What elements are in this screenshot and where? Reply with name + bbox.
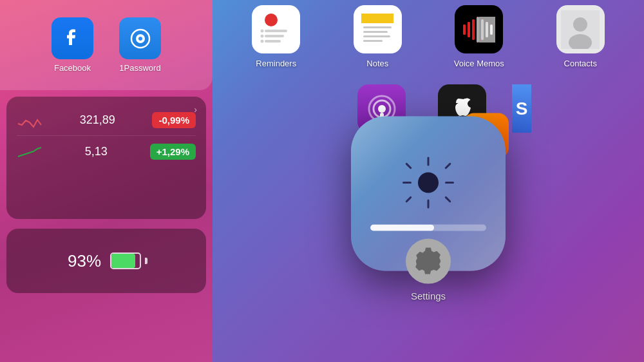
battery-body: [110, 252, 141, 269]
voicememos-icon: [455, 5, 503, 53]
stock-chart-1: [17, 111, 43, 129]
stock-chart-2: [17, 142, 43, 160]
ray-bottom: [428, 199, 430, 208]
svg-rect-10: [361, 14, 393, 23]
ray-left: [402, 182, 412, 184]
ray-top: [428, 157, 430, 166]
svg-rect-26: [477, 17, 479, 43]
contacts-label: Contacts: [564, 59, 597, 68]
reminders-label: Reminders: [256, 59, 296, 68]
voicememos-app[interactable]: Voice Memos: [448, 5, 509, 68]
reminders-icon: [252, 5, 300, 53]
ray-topright: [444, 162, 451, 169]
stocks-widget: › 321,89 -0,99% 5,13 +1,29%: [6, 97, 206, 219]
onepassword-app[interactable]: 1Password: [119, 17, 161, 73]
svg-rect-25: [472, 19, 475, 40]
svg-point-8: [261, 34, 264, 37]
home-area: Reminders Notes: [213, 0, 644, 362]
partial-app: S: [512, 84, 531, 148]
svg-point-9: [261, 39, 264, 43]
ray-bottomleft: [405, 196, 412, 203]
svg-rect-28: [486, 22, 488, 37]
settings-label-large: Settings: [351, 291, 506, 301]
svg-point-35: [378, 105, 386, 113]
svg-rect-14: [363, 40, 383, 42]
stock-change-1: -0,99%: [152, 112, 196, 128]
svg-rect-29: [490, 24, 493, 35]
svg-rect-32: [561, 10, 600, 49]
left-panel: Facebook 1Password › 321,89 -0: [0, 0, 213, 362]
facebook-icon: [52, 17, 93, 59]
settings-sun-icon: [402, 157, 454, 208]
stock-change-2: +1,29%: [150, 144, 196, 160]
partial-icon: S: [512, 84, 531, 133]
battery-widget: 93%: [6, 229, 206, 293]
stock-value-2: 5,13: [43, 145, 150, 158]
battery-percentage: 93%: [68, 251, 101, 271]
svg-point-3: [265, 14, 278, 26]
svg-rect-6: [265, 40, 281, 43]
brightness-fill: [370, 224, 434, 231]
ray-bottomright: [444, 196, 451, 203]
battery-fill: [111, 254, 135, 268]
facebook-label: Facebook: [54, 63, 91, 73]
brightness-bar[interactable]: [370, 224, 486, 231]
notes-icon: [354, 5, 402, 53]
notes-label: Notes: [366, 59, 388, 68]
contacts-icon: [556, 5, 605, 53]
stock-row-2: 5,13 +1,29%: [17, 136, 196, 167]
battery-icon: [110, 252, 145, 269]
svg-rect-12: [363, 31, 388, 33]
svg-rect-23: [463, 24, 466, 35]
svg-rect-4: [265, 30, 287, 32]
ray-right: [445, 182, 454, 184]
svg-point-7: [261, 29, 264, 32]
svg-rect-27: [481, 19, 484, 40]
svg-rect-11: [363, 26, 392, 28]
onepassword-label: 1Password: [119, 63, 160, 73]
settings-gear-icon: [406, 239, 451, 284]
stock-row-1: 321,89 -0,99%: [17, 104, 196, 136]
onepassword-icon: [119, 17, 161, 59]
facebook-app[interactable]: Facebook: [52, 17, 93, 73]
battery-tip: [145, 258, 147, 264]
svg-point-2: [138, 37, 142, 41]
ray-topleft: [405, 162, 412, 169]
settings-popup[interactable]: Settings: [351, 117, 506, 301]
svg-rect-5: [265, 35, 284, 37]
notes-app[interactable]: Notes: [347, 5, 408, 68]
chevron-right-icon: ›: [194, 104, 197, 115]
contacts-app[interactable]: Contacts: [550, 5, 611, 68]
stock-value-1: 321,89: [43, 113, 152, 127]
svg-rect-24: [468, 22, 470, 37]
voicememos-label: Voice Memos: [454, 59, 504, 68]
reminders-app[interactable]: Reminders: [245, 5, 307, 68]
app-row-1: Reminders Notes: [213, 0, 644, 78]
apps-widget: Facebook 1Password: [0, 0, 213, 90]
sun-center: [418, 172, 439, 193]
svg-rect-13: [363, 35, 390, 37]
